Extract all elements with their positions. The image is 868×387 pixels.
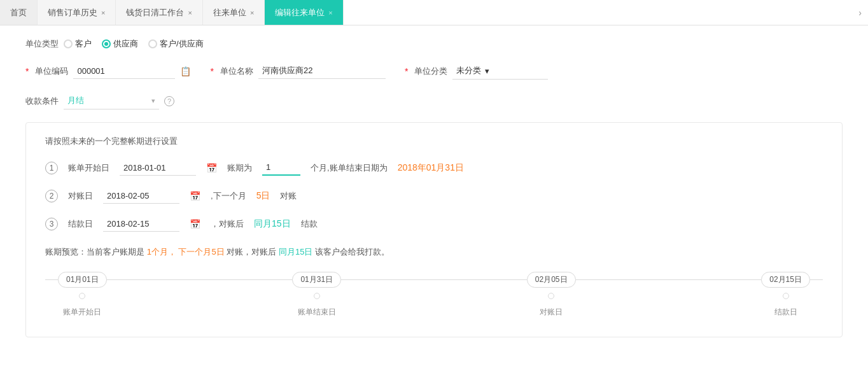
close-icon-cash[interactable]: × bbox=[188, 9, 192, 17]
timeline-dot-1 bbox=[79, 293, 85, 299]
preview-payment: 同月15日 bbox=[279, 247, 312, 257]
period-suffix-3-highlight: 同月15日 bbox=[254, 218, 291, 230]
unit-category-label: 单位分类 bbox=[414, 66, 447, 77]
tab-cash-goods-label: 钱货日清工作台 bbox=[126, 7, 184, 18]
required-star-category: * bbox=[405, 66, 408, 76]
unit-name-input[interactable] bbox=[258, 64, 386, 79]
timeline-node-2: 01月31日 账单结束日 bbox=[292, 272, 341, 318]
period-suffix-pre-1: 账期为 bbox=[227, 162, 252, 174]
period-suffix-2-highlight: 5日 bbox=[256, 190, 270, 202]
unit-type-label: 单位类型 bbox=[25, 38, 59, 50]
tab-home-label: 首页 bbox=[10, 7, 27, 18]
radio-circle-customer bbox=[64, 39, 73, 48]
unit-category-value: 未分类 bbox=[456, 65, 481, 76]
required-star-name: * bbox=[210, 66, 213, 76]
timeline-dot-3 bbox=[548, 293, 554, 299]
preview-end: 该客户会给我打款。 bbox=[315, 247, 389, 257]
tab-home[interactable]: 首页 bbox=[0, 0, 38, 25]
radio-customer-label: 客户 bbox=[75, 38, 92, 50]
tab-sales-order-history[interactable]: 销售订单历史 × bbox=[38, 0, 116, 25]
unit-code-input[interactable] bbox=[73, 64, 175, 79]
category-chevron-icon: ▾ bbox=[485, 66, 489, 76]
timeline-node-1: 01月01日 账单开始日 bbox=[58, 272, 107, 318]
timeline-badge-2: 01月31日 bbox=[292, 272, 341, 288]
tab-cash-goods-workbench[interactable]: 钱货日清工作台 × bbox=[116, 0, 202, 25]
arrow-right-icon: › bbox=[858, 8, 862, 18]
period-months-input[interactable] bbox=[262, 160, 300, 176]
preview-reconcile-post: 对账，对账后 bbox=[227, 247, 276, 257]
period-suffix-post-1: 个月,账单结束日期为 bbox=[311, 162, 388, 174]
period-settings-box: 请按照未来的一个完整帐期进行设置 1 账单开始日 📅 账期为 个月,账单结束日期… bbox=[25, 122, 843, 337]
timeline-dot-4 bbox=[783, 293, 789, 299]
payment-terms-row: 收款条件 月结 ▾ ? bbox=[25, 92, 843, 109]
period-suffix-2-post: 对账 bbox=[280, 190, 297, 202]
unit-type-group: 单位类型 客户 供应商 客户/供应商 bbox=[25, 38, 204, 50]
period-suffix-3-post: 结款 bbox=[301, 218, 318, 230]
main-content: 单位类型 客户 供应商 客户/供应商 * 单位编码 bbox=[0, 25, 868, 387]
help-icon[interactable]: ? bbox=[164, 96, 174, 106]
radio-customer[interactable]: 客户 bbox=[64, 38, 92, 50]
close-icon-partner[interactable]: × bbox=[250, 9, 254, 17]
unit-type-row: 单位类型 客户 供应商 客户/供应商 bbox=[25, 38, 843, 50]
timeline-badge-4: 02月15日 bbox=[761, 272, 810, 288]
timeline-node-3: 02月05日 对账日 bbox=[527, 272, 576, 318]
period-title: 请按照未来的一个完整帐期进行设置 bbox=[45, 136, 823, 147]
timeline-label-4: 结款日 bbox=[774, 307, 797, 318]
calendar-icon-3[interactable]: 📅 bbox=[190, 219, 200, 229]
close-icon-sales[interactable]: × bbox=[101, 9, 105, 17]
timeline-badge-1: 01月01日 bbox=[58, 272, 107, 288]
period-payment-date-input[interactable] bbox=[103, 216, 179, 232]
payment-terms-chevron-icon: ▾ bbox=[151, 97, 155, 105]
period-suffix-2-pre: ,下一个月 bbox=[211, 190, 246, 202]
payment-terms-label: 收款条件 bbox=[25, 95, 59, 107]
timeline-label-2: 账单结束日 bbox=[298, 307, 336, 318]
period-start-date-input[interactable] bbox=[120, 160, 196, 176]
preview-label: 账期预览：当前客户账期是 bbox=[45, 247, 144, 257]
unit-code-group: * 单位编码 📋 bbox=[25, 64, 191, 79]
copy-icon[interactable]: 📋 bbox=[180, 66, 191, 76]
unit-type-radio-group: 客户 供应商 客户/供应商 bbox=[64, 38, 204, 50]
period-row-1: 1 账单开始日 📅 账期为 个月,账单结束日期为 2018年01月31日 bbox=[45, 160, 823, 176]
tab-bar: 首页 销售订单历史 × 钱货日清工作台 × 往来单位 × 编辑往来单位 × › bbox=[0, 0, 868, 25]
timeline-wrapper: 01月01日 账单开始日 01月31日 账单结束日 02月05日 对账日 bbox=[45, 272, 823, 318]
period-number-3: 3 bbox=[45, 218, 58, 230]
radio-circle-supplier bbox=[102, 39, 111, 48]
tab-edit-partner-unit[interactable]: 编辑往来单位 × bbox=[265, 0, 343, 25]
period-label-3: 结款日 bbox=[68, 218, 93, 230]
tab-sales-order-history-label: 销售订单历史 bbox=[48, 7, 97, 18]
unit-category-select[interactable]: 未分类 ▾ bbox=[452, 62, 548, 80]
period-row-2: 2 对账日 📅 ,下一个月5日 对账 bbox=[45, 188, 823, 204]
payment-terms-select[interactable]: 月结 ▾ bbox=[64, 92, 159, 109]
required-star-code: * bbox=[25, 66, 29, 76]
timeline-dot-2 bbox=[314, 293, 320, 299]
period-label-1: 账单开始日 bbox=[68, 162, 109, 174]
preview-reconcile-pre: 下一个月5日 bbox=[178, 247, 224, 257]
close-icon-edit[interactable]: × bbox=[328, 9, 332, 17]
unit-category-group: * 单位分类 未分类 ▾ bbox=[405, 62, 548, 80]
period-number-1: 1 bbox=[45, 162, 58, 174]
timeline-node-4: 02月15日 结款日 bbox=[761, 272, 810, 318]
unit-name-label: 单位名称 bbox=[220, 66, 253, 77]
tab-partner-units-label: 往来单位 bbox=[213, 7, 246, 18]
radio-customer-supplier[interactable]: 客户/供应商 bbox=[148, 38, 204, 50]
period-end-date-1: 2018年01月31日 bbox=[398, 162, 464, 174]
calendar-icon-1[interactable]: 📅 bbox=[206, 163, 217, 173]
radio-customer-supplier-label: 客户/供应商 bbox=[160, 38, 204, 50]
radio-supplier[interactable]: 供应商 bbox=[102, 38, 138, 50]
period-label-2: 对账日 bbox=[68, 190, 93, 202]
preview-text: 账期预览：当前客户账期是 1个月， 下一个月5日 对账，对账后 同月15日 该客… bbox=[45, 244, 823, 259]
preview-months: 1个月， bbox=[147, 247, 176, 257]
timeline-label-3: 对账日 bbox=[540, 307, 563, 318]
radio-supplier-label: 供应商 bbox=[113, 38, 138, 50]
tab-more-arrow[interactable]: › bbox=[852, 0, 868, 25]
period-suffix-3-pre: ，对账后 bbox=[211, 218, 244, 230]
payment-terms-group: 收款条件 月结 ▾ ? bbox=[25, 92, 174, 109]
unit-code-label: 单位编码 bbox=[35, 66, 68, 77]
tab-edit-partner-label: 编辑往来单位 bbox=[275, 7, 325, 18]
period-reconcile-date-input[interactable] bbox=[103, 188, 179, 204]
period-row-3: 3 结款日 📅 ，对账后 同月15日 结款 bbox=[45, 216, 823, 232]
calendar-icon-2[interactable]: 📅 bbox=[190, 191, 200, 201]
tab-partner-units[interactable]: 往来单位 × bbox=[203, 0, 265, 25]
period-number-2: 2 bbox=[45, 190, 58, 202]
timeline-badge-3: 02月05日 bbox=[527, 272, 576, 288]
